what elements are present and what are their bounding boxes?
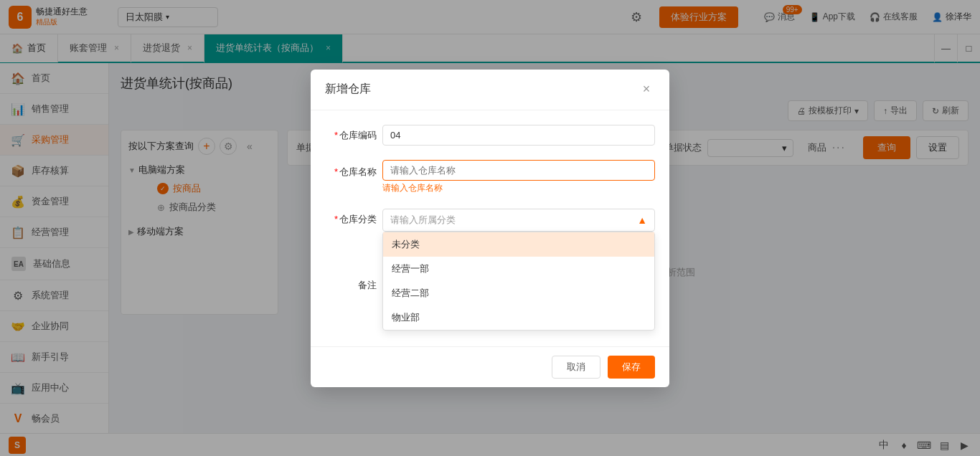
modal-body: 仓库编码 仓库名称 请输入仓库名称 仓库分类 请输入所属分 (311, 110, 669, 346)
warehouse-name-input[interactable] (382, 160, 655, 181)
warehouse-name-error: 请输入仓库名称 (382, 182, 443, 194)
cancel-button[interactable]: 取消 (552, 356, 600, 379)
modal-footer: 取消 保存 (311, 346, 669, 387)
warehouse-code-input[interactable] (382, 125, 655, 146)
category-dropdown-list: 未分类 经营一部 经营二部 物业部 (382, 232, 655, 331)
warehouse-name-row: 仓库名称 请输入仓库名称 (325, 160, 655, 194)
dropdown-item-1[interactable]: 经营一部 (383, 257, 654, 281)
category-chevron-icon: ▲ (637, 214, 647, 226)
modal-header: 新增仓库 × (311, 70, 669, 110)
category-dropdown-trigger[interactable]: 请输入所属分类 ▲ (382, 209, 655, 232)
dropdown-item-3[interactable]: 物业部 (383, 305, 654, 330)
remarks-label: 备注 (325, 275, 382, 292)
modal-close-button[interactable]: × (638, 81, 655, 98)
dropdown-item-0[interactable]: 未分类 (383, 232, 654, 257)
modal-title: 新增仓库 (325, 82, 371, 97)
warehouse-category-label: 仓库分类 (325, 209, 382, 226)
category-select-wrap: 请输入所属分类 ▲ 未分类 经营一部 经营二部 物业部 (382, 209, 655, 232)
modal-overlay[interactable]: 新增仓库 × 仓库编码 仓库名称 请输入仓库名称 (0, 0, 980, 456)
warehouse-code-label: 仓库编码 (325, 125, 382, 142)
warehouse-name-label: 仓库名称 (325, 161, 382, 179)
save-button[interactable]: 保存 (608, 356, 655, 379)
warehouse-category-row: 仓库分类 请输入所属分类 ▲ 未分类 经营一部 经营二部 物业部 (325, 209, 655, 232)
category-placeholder: 请输入所属分类 (390, 214, 637, 227)
modal-dialog: 新增仓库 × 仓库编码 仓库名称 请输入仓库名称 (311, 70, 669, 387)
warehouse-code-row: 仓库编码 (325, 125, 655, 146)
dropdown-item-2[interactable]: 经营二部 (383, 281, 654, 305)
